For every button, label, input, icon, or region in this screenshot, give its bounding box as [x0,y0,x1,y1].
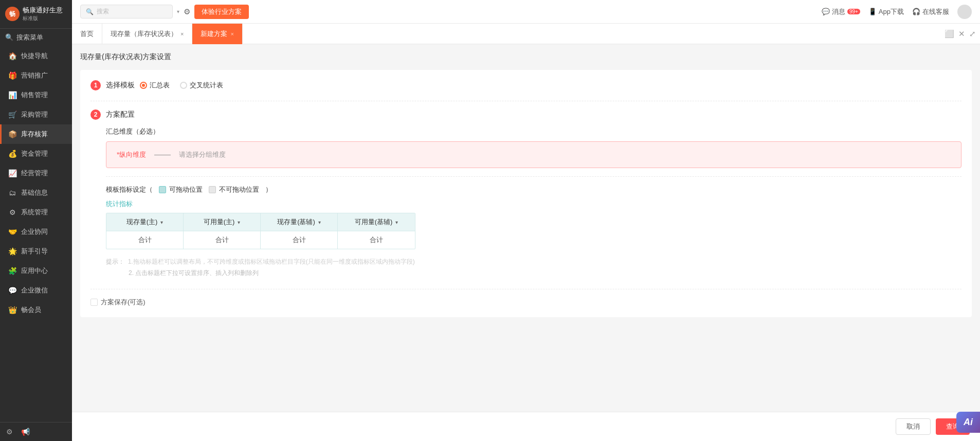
radio-cross-circle [180,82,187,89]
step1-header: 1 选择模板 汇总表 交叉统计表 [90,80,961,90]
col-chevron-1: ▾ [238,219,240,225]
dimension-divider [106,176,961,177]
template-radio-group: 汇总表 交叉统计表 [140,81,223,90]
step2-section: 2 方案配置 汇总维度（必选） *纵向维度 —— 请选择分组维度 模板指标设定（ [90,109,961,279]
sidebar-item-basic-info[interactable]: 🗂 基础信息 [0,183,72,203]
page-title: 现存量(库存状况表)方案设置 [80,52,972,62]
indicator-label-text: 模板指标设定（ [106,185,153,194]
step1-badge: 1 [90,80,101,90]
header-right: 💬 消息 99+ 📱 App下载 🎧 在线客服 [822,5,972,19]
sidebar-item-operations[interactable]: 📈 经营管理 [0,163,72,183]
header-left: 🔍 搜索 ▾ ⚙ 体验行业方案 [80,5,249,19]
ai-badge[interactable]: Ai [956,412,980,433]
tips-section: 提示： 1.拖动标题栏可以调整布局，不可跨维度或指标区域拖动栏目字段(只能在同一… [106,256,961,279]
content-area: 现存量(库存状况表)方案设置 1 选择模板 汇总表 交叉统计表 [72,44,980,412]
tip-2: 2. 点击标题栏下拉可设置排序、插入列和删除列 [106,268,961,279]
search-icon: 🔍 [5,33,13,41]
dimension-required-area: *纵向维度 —— 请选择分组维度 [106,141,961,168]
tab-minimize-btn[interactable]: ⬜ [945,29,954,39]
sidebar: 畅 畅康通好生意 标准版 🔍 搜索菜单 🏠 快捷导航 🎁 营销推广 📊 销售管理… [0,0,72,441]
tabs-bar: 首页 现存量（库存状况表） × 新建方案 × ⬜ ✕ ⤢ [72,24,980,44]
header-search-bar[interactable]: 🔍 搜索 [80,5,173,19]
sidebar-item-purchase[interactable]: 🛒 采购管理 [0,105,72,124]
col-body-2: 合计 [261,231,338,249]
sidebar-item-cooperation[interactable]: 🤝 企业协同 [0,222,72,242]
gift-icon: 🎁 [8,71,17,80]
dimension-label: 汇总维度（必选） [106,127,961,136]
radio-summary[interactable]: 汇总表 [140,81,170,90]
dimension-placeholder[interactable]: 请选择分组维度 [179,150,226,159]
col-chevron-2: ▾ [318,219,321,225]
radio-cross[interactable]: 交叉统计表 [180,81,223,90]
step1-title: 选择模板 [106,81,135,90]
sidebar-item-quicknav[interactable]: 🏠 快捷导航 [0,46,72,66]
trend-icon: 📈 [8,169,17,178]
app-download-item[interactable]: 📱 App下载 [868,7,904,16]
speaker-footer-icon[interactable]: 📢 [21,428,30,436]
footer-actions: 取消 查询 [72,412,980,441]
sidebar-footer: ⚙ 📢 [0,422,72,441]
chat-icon: 💬 [8,286,17,295]
message-item[interactable]: 💬 消息 99+ [822,7,860,16]
cart-icon: 🛒 [8,110,17,119]
sidebar-item-label: 搜索菜单 [16,33,43,42]
indicator-suffix: ） [265,185,272,194]
sidebar-item-guide[interactable]: 🌟 新手引导 [0,242,72,261]
col-header-1[interactable]: 可用量(主) ▾ [184,213,261,231]
tab-new-plan[interactable]: 新建方案 × [192,24,242,44]
message-icon: 💬 [822,8,830,15]
box-icon: 📦 [8,130,17,139]
legend-fixed: 不可拖动位置 [209,185,259,194]
radio-summary-circle [140,82,147,89]
trial-button[interactable]: 体验行业方案 [194,5,249,19]
sidebar-item-inventory[interactable]: 📦 库存核算 [0,124,72,144]
tabs-actions: ⬜ ✕ ⤢ [940,29,980,39]
user-avatar[interactable] [957,5,972,19]
sidebar-search-item[interactable]: 🔍 搜索菜单 [0,29,72,46]
puzzle-icon: 🧩 [8,266,17,275]
col-body-1: 合计 [184,231,261,249]
save-option: 方案保存(可选) [90,298,961,307]
message-badge: 99+ [847,9,860,14]
step-divider-1 [90,101,961,101]
col-header-0[interactable]: 现存量(主) ▾ [106,213,184,231]
tab-close-new-plan[interactable]: × [230,31,233,37]
main-area: 🔍 搜索 ▾ ⚙ 体验行业方案 💬 消息 99+ 📱 App下载 🎧 在线客服 [72,0,980,441]
tip-prefix: 提示： 1.拖动标题栏可以调整布局，不可跨维度或指标区域拖动栏目字段(只能在同一… [106,256,961,268]
sidebar-item-finance[interactable]: 💰 资金管理 [0,144,72,163]
step-divider-2 [90,289,961,289]
indicator-settings: 模板指标设定（ 可拖动位置 不可拖动位置 ） [106,185,961,194]
save-checkbox[interactable] [90,299,98,306]
handshake-icon: 🤝 [8,227,17,236]
col-body-0: 合计 [106,231,184,249]
settings-footer-icon[interactable]: ⚙ [6,428,13,436]
col-header-3[interactable]: 可用量(基辅) ▾ [338,213,415,231]
col-header-2[interactable]: 现存量(基辅) ▾ [261,213,338,231]
sidebar-item-wechat[interactable]: 💬 企业微信 [0,281,72,300]
tab-inventory-status[interactable]: 现存量（库存状况表） × [102,24,192,44]
col-chevron-0: ▾ [160,219,163,225]
sidebar-item-system[interactable]: ⚙ 系统管理 [0,203,72,222]
cancel-button[interactable]: 取消 [896,418,931,435]
customer-service-item[interactable]: 🎧 在线客服 [912,7,949,16]
tab-close-btn[interactable]: ✕ [958,29,965,39]
step2-badge: 2 [90,109,101,120]
legend-draggable: 可拖动位置 [159,185,203,194]
sidebar-item-member[interactable]: 👑 畅会员 [0,300,72,320]
search-bar-text: 搜索 [97,7,109,16]
save-option-label: 方案保存(可选) [101,298,146,307]
sidebar-item-appstore[interactable]: 🧩 应用中心 [0,261,72,281]
tab-home[interactable]: 首页 [72,24,102,44]
step2-header: 2 方案配置 [90,109,961,120]
legend-fixed-box [209,186,216,193]
headset-icon: 🎧 [912,8,920,15]
tab-close-inventory[interactable]: × [180,31,184,37]
home-icon: 🏠 [8,51,17,61]
tab-expand-btn[interactable]: ⤢ [969,29,976,39]
header-settings-icon[interactable]: ⚙ [184,7,190,16]
main-panel: 1 选择模板 汇总表 交叉统计表 [80,70,972,317]
sidebar-item-sales[interactable]: 📊 销售管理 [0,85,72,105]
sidebar-item-marketing[interactable]: 🎁 营销推广 [0,66,72,85]
dimension-config: 汇总维度（必选） *纵向维度 —— 请选择分组维度 模板指标设定（ 可拖动位置 [106,127,961,279]
header-dropdown-icon[interactable]: ▾ [177,9,179,14]
